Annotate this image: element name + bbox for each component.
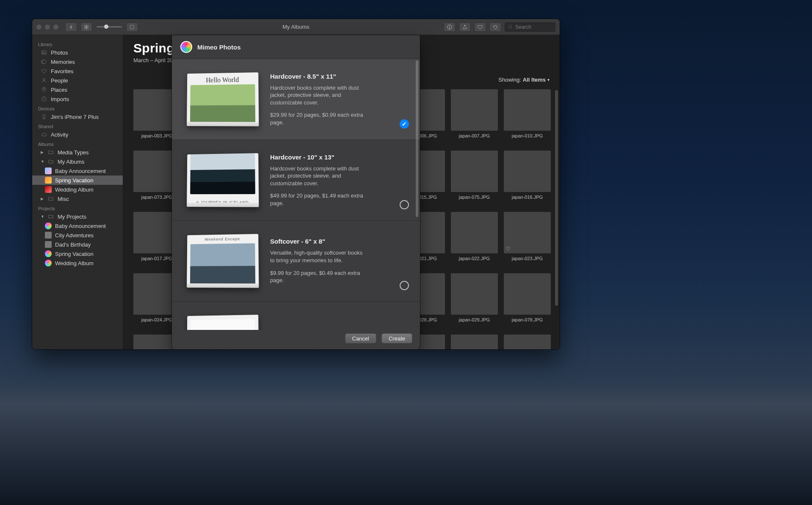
grid-small-icon: [83, 24, 89, 30]
sidebar-project-city[interactable]: City Adventures: [32, 231, 123, 240]
photo-thumbnail[interactable]: japan-075.JPG: [451, 151, 498, 208]
product-option[interactable]: Softcover - 8" x 8": [172, 301, 420, 330]
thumbnail-image: [451, 151, 498, 192]
photo-thumbnail[interactable]: japan-007.JPG: [451, 89, 498, 146]
svg-rect-1: [87, 25, 88, 27]
sidebar-item-label: Jim's iPhone 7 Plus: [51, 114, 99, 120]
product-option-radio[interactable]: [400, 119, 409, 129]
create-button[interactable]: Create: [381, 333, 412, 343]
photo-thumbnail[interactable]: ♡japan-023.JPG: [504, 212, 551, 269]
sidebar-album-baby[interactable]: Baby Announcement: [32, 166, 123, 176]
sidebar-item-iphone[interactable]: Jim's iPhone 7 Plus: [32, 112, 123, 121]
sidebar-item-my-projects[interactable]: ▼ My Projects: [32, 212, 123, 221]
sidebar-item-label: Baby Announcement: [55, 223, 106, 229]
sidebar-item-activity[interactable]: Activity: [32, 130, 123, 139]
sidebar-project-dad[interactable]: Dad's Birthday: [32, 240, 123, 249]
zoom-thumb-small[interactable]: [80, 22, 92, 32]
product-option[interactable]: Hello WorldHardcover - 8.5" x 11"Hardcov…: [172, 59, 420, 140]
zoom-thumb-large[interactable]: [126, 22, 138, 32]
product-option-price: $29.99 for 20 pages, $0.99 each extra pa…: [270, 111, 367, 126]
photo-thumbnail[interactable]: japan-029.JPG: [451, 273, 498, 330]
fullscreen-window-icon[interactable]: [53, 25, 58, 30]
thumbnail-filename: japan-073.JPG: [141, 195, 172, 200]
showing-label: Showing:: [498, 77, 521, 83]
sidebar-item-label: Imports: [51, 96, 69, 102]
thumbnail-image: [504, 335, 551, 349]
scrollbar[interactable]: [555, 90, 558, 306]
sidebar-item-label: Media Types: [58, 149, 88, 156]
product-option-radio[interactable]: [400, 281, 409, 290]
sidebar-item-my-albums[interactable]: ▼ My Albums: [32, 157, 123, 166]
svg-point-12: [42, 60, 46, 63]
svg-point-11: [43, 52, 44, 52]
scrollbar[interactable]: [416, 60, 418, 217]
sidebar-project-baby[interactable]: Baby Announcement: [32, 221, 123, 231]
share-button[interactable]: [459, 22, 471, 32]
button-label: Cancel: [352, 335, 369, 342]
section-library: Library: [32, 39, 123, 48]
product-option-description: Hardcover books complete with dust jacke…: [270, 84, 367, 107]
dialog-title: Mimeo Photos: [197, 44, 241, 51]
sidebar-album-wedding[interactable]: Wedding Album: [32, 185, 123, 194]
info-button[interactable]: [444, 22, 456, 32]
product-option[interactable]: A JOURNEY IN ICELANDHardcover - 10" x 13…: [172, 140, 420, 220]
favorite-button[interactable]: [474, 22, 486, 32]
sidebar-item-favorites[interactable]: Favorites: [32, 66, 123, 76]
cancel-button[interactable]: Cancel: [345, 333, 376, 343]
titlebar: My Albums Search: [32, 19, 560, 35]
project-icon: [45, 250, 52, 257]
sidebar-item-memories[interactable]: Memories: [32, 57, 123, 66]
thumbnail-zoom-slider[interactable]: [97, 26, 122, 27]
sidebar-item-people[interactable]: People: [32, 76, 123, 85]
sidebar-item-media-types[interactable]: ▶ Media Types: [32, 148, 123, 157]
sidebar-item-label: Wedding Album: [55, 260, 94, 266]
back-button[interactable]: [65, 22, 77, 32]
sidebar-item-misc[interactable]: ▶ Misc: [32, 194, 123, 203]
showing-filter[interactable]: Showing: All Items ▾: [498, 77, 550, 83]
book-cover-image: [190, 243, 255, 284]
svg-line-9: [511, 27, 513, 29]
sidebar-item-places[interactable]: Places: [32, 85, 123, 94]
heart-icon: [477, 24, 483, 30]
photo-thumbnail[interactable]: japan-037.JPG: [504, 335, 551, 349]
product-option-text: Softcover - 6" x 8"Versatile, high-quali…: [270, 238, 410, 284]
photo-thumbnail[interactable]: japan-022.JPG: [451, 212, 498, 269]
sidebar-item-label: Wedding Album: [55, 187, 94, 193]
photo-thumbnail[interactable]: japan-078.JPG: [504, 273, 551, 330]
sidebar-item-label: My Projects: [58, 214, 86, 220]
button-label: Create: [389, 335, 405, 342]
sidebar-item-label: Photos: [51, 49, 68, 56]
search-field[interactable]: Search: [505, 22, 555, 32]
product-preview: A JOURNEY IN ICELAND: [182, 148, 262, 212]
minimize-window-icon[interactable]: [45, 25, 50, 30]
section-devices: Devices: [32, 104, 123, 112]
sidebar-item-label: Places: [51, 87, 67, 93]
product-option[interactable]: Weekend EscapeSoftcover - 6" x 8"Versati…: [172, 220, 420, 301]
thumbnail-image: [451, 273, 498, 315]
photo-thumbnail[interactable]: japan-010.JPG: [504, 89, 551, 146]
sidebar-album-spring[interactable]: Spring Vacation: [32, 176, 123, 185]
thumbnail-image: [451, 212, 498, 253]
svg-point-8: [508, 25, 511, 28]
close-window-icon[interactable]: [36, 25, 41, 30]
product-option-radio[interactable]: [400, 200, 409, 209]
product-option-price: $49.99 for 20 pages, $1.49 each extra pa…: [270, 192, 367, 207]
sidebar-project-spring[interactable]: Spring Vacation: [32, 249, 123, 258]
thumbnail-image: [451, 335, 498, 349]
sidebar-item-label: City Adventures: [55, 232, 94, 239]
grid-large-icon: [129, 24, 135, 30]
svg-point-7: [449, 25, 450, 26]
photo-thumbnail[interactable]: japan-036.JPG: [451, 335, 498, 349]
rotate-button[interactable]: [489, 22, 501, 32]
sidebar-project-wedding[interactable]: Wedding Album: [32, 258, 123, 268]
heart-icon: [41, 68, 47, 74]
iphone-icon: [41, 113, 47, 120]
share-icon: [462, 24, 468, 30]
photo-thumbnail[interactable]: japan-016.JPG: [504, 151, 551, 208]
sidebar-item-label: People: [51, 77, 68, 84]
sidebar-item-photos[interactable]: Photos: [32, 48, 123, 57]
sidebar-item-imports[interactable]: Imports: [32, 94, 123, 104]
album-thumb-icon: [45, 167, 52, 174]
product-option-title: Hardcover - 8.5" x 11": [270, 73, 410, 80]
book-cover-title: A JOURNEY IN ICELAND: [187, 198, 259, 207]
